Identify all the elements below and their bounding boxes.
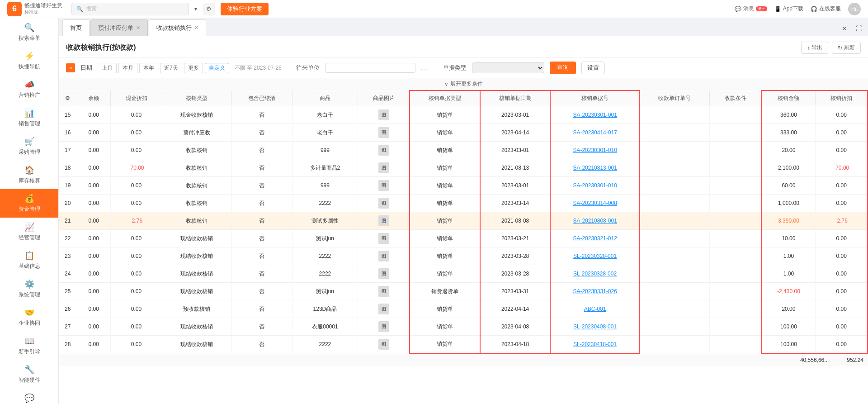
cell-receipt-order-no bbox=[640, 336, 710, 353]
sidebar-item-label: 新手引导 bbox=[19, 348, 40, 356]
col-settings-header[interactable]: ⚙ bbox=[59, 90, 77, 106]
query-btn[interactable]: 查询 bbox=[550, 62, 576, 74]
cell-balance: 0.00 bbox=[77, 247, 110, 265]
cell-cancel-doc-no[interactable]: SL-20230328-002 bbox=[550, 265, 640, 283]
cell-cancel-doc-date: 2022-04-14 bbox=[480, 300, 550, 318]
cell-id: 18 bbox=[59, 159, 77, 177]
dropdown-chevron-icon: ▾ bbox=[194, 6, 197, 12]
date-btn-this-month[interactable]: 本月 bbox=[118, 63, 137, 73]
date-filter-label: 日期 bbox=[80, 64, 92, 72]
refresh-btn[interactable]: ↻ 刷新 bbox=[832, 42, 861, 54]
cell-cancel-amount: 100.00 bbox=[761, 336, 815, 353]
cell-goods: 2222 bbox=[292, 247, 358, 265]
cell-cancel-type: 现结收款核销 bbox=[162, 318, 232, 336]
sidebar-item-enterprise[interactable]: 🤝 企业协同 bbox=[0, 303, 58, 332]
sidebar-item-basic-info[interactable]: 📋 基础信息 bbox=[0, 246, 58, 275]
cell-cancel-doc-no[interactable]: SA-20230414-017 bbox=[550, 124, 640, 142]
cell-include-settled: 否 bbox=[231, 124, 292, 142]
setting-btn[interactable]: 设置 bbox=[581, 62, 605, 74]
app-download-btn[interactable]: 📱 App下载 bbox=[774, 5, 803, 13]
cell-cancel-doc-no[interactable]: SL-20230328-001 bbox=[550, 247, 640, 265]
cell-receipt-order-no bbox=[640, 106, 710, 124]
sidebar-item-label: 采购管理 bbox=[19, 148, 40, 156]
global-search[interactable]: 🔍 搜索 bbox=[71, 3, 189, 15]
from-unit-input[interactable] bbox=[325, 63, 415, 73]
sidebar-item-system[interactable]: ⚙️ 系统管理 bbox=[0, 275, 58, 303]
cell-cancel-type: 预收款核销 bbox=[162, 300, 232, 318]
tab-receipt-cancel[interactable]: 收款核销执行 ✕ bbox=[149, 19, 206, 36]
cell-cancel-doc-no[interactable]: SA-20210808-001 bbox=[550, 212, 640, 230]
date-btn-last-month[interactable]: 上月 bbox=[98, 63, 117, 73]
industry-solution-btn[interactable]: 体验行业方案 bbox=[221, 3, 269, 15]
tab-home[interactable]: 首页 bbox=[62, 19, 90, 36]
table-row: 24 0.00 0.00 现结收款核销 否 2222 图 销货单 2023-03… bbox=[59, 265, 868, 283]
col-goods-image-header: 商品图片 bbox=[358, 90, 410, 106]
table-row: 25 0.00 0.00 现结收款核销 否 测试jun 图 销货退货单 2023… bbox=[59, 283, 868, 300]
sidebar-item-label: 基础信息 bbox=[19, 262, 40, 270]
cell-cancel-doc-no[interactable]: SA-20230331-026 bbox=[550, 283, 640, 300]
sidebar-item-wechat[interactable]: 💬 企业微信 bbox=[0, 389, 58, 404]
export-btn[interactable]: ↑ 导出 bbox=[801, 42, 828, 54]
close-window-btn[interactable]: ✕ bbox=[839, 23, 850, 34]
expand-icon: » bbox=[69, 65, 72, 71]
cell-cancel-doc-date: 2021-08-13 bbox=[480, 159, 550, 177]
date-btn-more[interactable]: 更多 bbox=[184, 63, 203, 73]
tab-prepay[interactable]: 预付冲应付单 ✕ bbox=[90, 19, 148, 36]
cell-cancel-discount: 0.00 bbox=[816, 195, 868, 212]
search-placeholder: 搜索 bbox=[86, 5, 97, 13]
sidebar-item-label: 库存核算 bbox=[19, 177, 40, 185]
cell-cancel-doc-no[interactable]: SL-20230408-001 bbox=[550, 318, 640, 336]
filter-expand-btn[interactable]: » bbox=[66, 63, 75, 72]
tab-bar: 首页 预付冲应付单 ✕ 收款核销执行 ✕ ✕ ⛶ bbox=[59, 18, 868, 36]
cell-receipt-order-no bbox=[640, 195, 710, 212]
cell-cash-discount: 0.00 bbox=[110, 124, 162, 142]
date-btn-this-year[interactable]: 本年 bbox=[139, 63, 158, 73]
cell-cancel-doc-no[interactable]: SA-20230321-012 bbox=[550, 230, 640, 247]
dropdown-toggle[interactable]: ▾ bbox=[194, 6, 197, 12]
online-service-btn[interactable]: 🎧 在线客服 bbox=[811, 5, 841, 13]
sidebar-item-search[interactable]: 🔍 搜索菜单 bbox=[0, 18, 58, 47]
tab-receipt-cancel-close[interactable]: ✕ bbox=[194, 25, 198, 31]
cell-cancel-doc-no[interactable]: SA-20210813-001 bbox=[550, 159, 640, 177]
cell-include-settled: 否 bbox=[231, 212, 292, 230]
cell-cancel-doc-no[interactable]: ABC-001 bbox=[550, 300, 640, 318]
col-receipt-order-no-header: 收款单订单号 bbox=[640, 90, 710, 106]
cell-cancel-doc-no[interactable]: SA-20230301-010 bbox=[550, 142, 640, 159]
sidebar-item-shortcut[interactable]: ⚡ 快捷导航 bbox=[0, 47, 58, 75]
date-btn-custom[interactable]: 自定义 bbox=[205, 63, 229, 73]
cell-goods: 2222 bbox=[292, 195, 358, 212]
sidebar-item-marketing[interactable]: 📣 营销推广 bbox=[0, 75, 58, 104]
sidebar-item-guide[interactable]: 📖 新手引导 bbox=[0, 332, 58, 360]
doc-type-select[interactable] bbox=[472, 62, 544, 73]
cell-cancel-doc-no[interactable]: SA-20230301-001 bbox=[550, 106, 640, 124]
sidebar-item-inventory[interactable]: 🏠 库存核算 bbox=[0, 161, 58, 189]
cell-receipt-order-no bbox=[640, 247, 710, 265]
notification-btn[interactable]: 💬 消息 99+ bbox=[735, 5, 767, 13]
sidebar-item-purchase[interactable]: 🛒 采购管理 bbox=[0, 132, 58, 161]
user-avatar[interactable]: Rit bbox=[848, 3, 861, 15]
date-btn-7days[interactable]: 近7天 bbox=[160, 63, 182, 73]
maximize-window-btn[interactable]: ⛶ bbox=[854, 23, 864, 34]
sidebar-item-finance[interactable]: 💰 资金管理 bbox=[0, 189, 58, 218]
settings-gear[interactable]: ⚙ bbox=[203, 3, 215, 15]
cell-goods: 测试jun bbox=[292, 283, 358, 300]
tab-receipt-cancel-label: 收款核销执行 bbox=[156, 24, 192, 32]
sidebar-item-sales[interactable]: 📊 销售管理 bbox=[0, 104, 58, 132]
expand-more-btn[interactable]: ∨ 展开更多条件 bbox=[444, 80, 483, 88]
cell-cancel-doc-no[interactable]: SA-20230301-010 bbox=[550, 177, 640, 195]
cell-include-settled: 否 bbox=[231, 336, 292, 353]
cell-cancel-type: 现结收款核销 bbox=[162, 265, 232, 283]
cell-cancel-doc-no[interactable]: SA-20230314-008 bbox=[550, 195, 640, 212]
cancel-discount-total: 952.24 bbox=[847, 357, 863, 363]
sidebar-item-operations[interactable]: 📈 经营管理 bbox=[0, 218, 58, 246]
cell-cash-discount: 0.00 bbox=[110, 300, 162, 318]
table-row: 20 0.00 0.00 收款核销 否 2222 图 销货单 2023-03-1… bbox=[59, 195, 868, 212]
cell-cancel-doc-no[interactable]: SL-20230418-001 bbox=[550, 336, 640, 353]
sidebar-item-hardware[interactable]: 🔧 智能硬件 bbox=[0, 360, 58, 389]
cell-cancel-amount: 1.00 bbox=[761, 247, 815, 265]
tab-prepay-close[interactable]: ✕ bbox=[136, 25, 140, 31]
cell-cancel-doc-type: 销货单 bbox=[410, 195, 480, 212]
col-cancel-amount-header: 核销金额 bbox=[761, 90, 815, 106]
cell-cancel-doc-type: 销货单 bbox=[410, 142, 480, 159]
search-nav-icon: 🔍 bbox=[24, 23, 34, 33]
